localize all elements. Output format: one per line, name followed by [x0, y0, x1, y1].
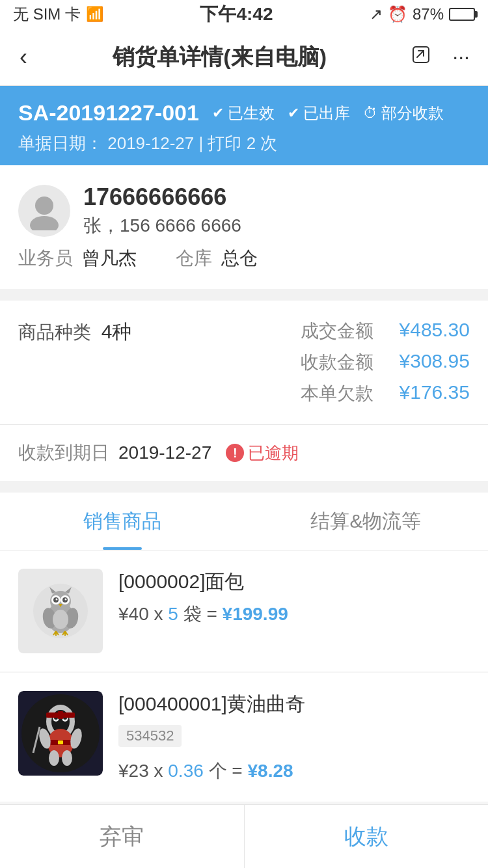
product-types-value: 4种: [102, 321, 132, 342]
tab-settlement[interactable]: 结算&物流等: [244, 493, 488, 550]
badge-partial: ⏱ 部分收款: [363, 103, 444, 124]
warehouse-value: 总仓: [221, 246, 258, 271]
tab-settlement-label: 结算&物流等: [310, 508, 421, 535]
debt-amount-row: 本单欠款 ¥176.35: [301, 381, 470, 406]
svg-point-13: [65, 599, 67, 601]
alarm-icon: ⏰: [388, 5, 407, 23]
date-label: 单据日期：: [18, 133, 103, 153]
svg-point-1: [35, 197, 53, 215]
owl-icon: [18, 569, 103, 653]
summary-right-block: 成交金额 ¥485.30 收款金额 ¥308.95 本单欠款 ¥176.35: [301, 319, 470, 406]
receipt-button[interactable]: 收款: [245, 805, 489, 868]
receipt-amount-row: 收款金额 ¥308.95: [301, 350, 470, 375]
badge-shipped-label: 已出库: [303, 103, 350, 124]
due-date-section: 收款到期日 2019-12-27 ! 已逾期: [0, 425, 488, 481]
battery-bar: [449, 8, 475, 21]
product-unit-price-2: ¥23: [118, 761, 149, 781]
equals-icon-1: =: [206, 604, 222, 624]
status-left: 无 SIM 卡 📶: [13, 4, 103, 25]
divider-2: [0, 481, 488, 493]
product-unit-price-1: ¥40: [118, 604, 149, 624]
svg-rect-0: [413, 47, 429, 62]
cancel-review-button[interactable]: 弃审: [0, 805, 245, 868]
sales-value: 曾凡杰: [82, 246, 137, 271]
product-name-2: [000400001]黄油曲奇: [118, 691, 470, 718]
deal-amount-value: ¥485.30: [400, 319, 470, 344]
multiply-icon-1: x: [154, 604, 169, 624]
overdue-icon: !: [226, 444, 244, 462]
order-date: 2019-12-27: [107, 133, 194, 153]
list-item: [0000002]面包 ¥40 x 5 袋 = ¥199.99: [0, 550, 488, 671]
tab-underline: [103, 547, 142, 550]
nav-actions: ···: [405, 39, 475, 75]
product-list: [0000002]面包 ¥40 x 5 袋 = ¥199.99: [0, 550, 488, 802]
product-total-1: ¥199.99: [223, 604, 288, 624]
salesperson-item: 业务员 曾凡杰: [18, 246, 137, 271]
status-right: ↗ ⏰ 87%: [370, 5, 475, 23]
banner-row1: SA-20191227-001 ✔ 已生效 ✔ 已出库 ⏱ 部分收款: [18, 100, 470, 126]
order-header-banner: SA-20191227-001 ✔ 已生效 ✔ 已出库 ⏱ 部分收款 单据日期：…: [0, 86, 488, 165]
svg-point-36: [49, 750, 59, 766]
product-unit-1: 袋: [183, 604, 202, 624]
more-button[interactable]: ···: [447, 40, 475, 74]
debt-amount-label: 本单欠款: [301, 381, 373, 406]
customer-name-phone: 张，156 6666 6666: [83, 213, 241, 238]
receipt-amount-value: ¥308.95: [400, 350, 470, 375]
sales-label: 业务员: [18, 246, 73, 271]
avatar: [18, 185, 70, 237]
badge-effective-label: 已生效: [228, 103, 275, 124]
shipped-icon: ✔: [288, 105, 299, 122]
tab-products-label: 销售商品: [83, 508, 161, 535]
customer-row: 17666666666 张，156 6666 6666: [18, 183, 470, 238]
badge-shipped: ✔ 已出库: [288, 103, 350, 124]
battery-text: 87%: [413, 5, 444, 23]
banner-date-row: 单据日期： 2019-12-27 | 打印 2 次: [18, 132, 470, 155]
divider-1: [0, 289, 488, 301]
page-title: 销货单详情(来自电脑): [34, 42, 405, 72]
customer-section: 17666666666 张，156 6666 6666 业务员 曾凡杰 仓库 总…: [0, 165, 488, 289]
warehouse-label: 仓库: [176, 246, 212, 271]
deal-amount-label: 成交金额: [301, 319, 373, 344]
wifi-icon: 📶: [86, 6, 103, 23]
tab-products[interactable]: 销售商品: [0, 493, 244, 550]
summary-left-block: 商品种类 4种: [18, 319, 131, 346]
svg-rect-39: [58, 711, 63, 719]
back-button[interactable]: ‹: [13, 37, 34, 77]
debt-amount-value: ¥176.35: [400, 381, 470, 406]
location-icon: ↗: [370, 5, 383, 23]
product-info-2: [000400001]黄油曲奇 534532 ¥23 x 0.36 个 = ¥8…: [118, 691, 470, 783]
warehouse-item: 仓库 总仓: [176, 246, 258, 271]
share-button[interactable]: [405, 39, 437, 75]
product-code-1: [0000002]: [118, 571, 205, 592]
product-info-1: [0000002]面包 ¥40 x 5 袋 = ¥199.99: [118, 569, 470, 627]
product-name-1: [0000002]面包: [118, 569, 470, 595]
tabs-row: 销售商品 结算&物流等: [0, 493, 488, 550]
effective-icon: ✔: [212, 105, 224, 122]
customer-phone-name: 17666666666: [83, 183, 241, 211]
badge-partial-label: 部分收款: [381, 103, 444, 124]
svg-point-2: [30, 216, 59, 230]
product-types-label: 商品种类: [18, 322, 91, 342]
list-item: [000400001]黄油曲奇 534532 ¥23 x 0.36 个 = ¥8…: [0, 673, 488, 802]
print-text: 打印 2 次: [208, 133, 277, 153]
product-quantity-1: 5: [168, 604, 178, 624]
partial-icon: ⏱: [363, 105, 377, 122]
equals-icon-2: =: [232, 761, 247, 781]
summary-section: 商品种类 4种 成交金额 ¥485.30 收款金额 ¥308.95 本单欠款 ¥…: [0, 301, 488, 424]
nav-bar: ‹ 销货单详情(来自电脑) ···: [0, 29, 488, 86]
multiply-icon-2: x: [154, 761, 169, 781]
svg-point-23: [53, 610, 68, 629]
badge-effective: ✔ 已生效: [212, 103, 275, 124]
product-thumbnail-2: [18, 691, 103, 776]
order-id: SA-20191227-001: [18, 100, 199, 126]
product-total-2: ¥8.28: [247, 761, 293, 781]
product-price-row-1: ¥40 x 5 袋 = ¥199.99: [118, 602, 470, 627]
bottom-bar: 弃审 收款: [0, 804, 488, 868]
product-thumbnail-1: [18, 569, 103, 653]
date-separator: |: [198, 133, 208, 153]
due-date-value: 2019-12-27: [118, 442, 211, 463]
status-bar: 无 SIM 卡 📶 下午4:42 ↗ ⏰ 87%: [0, 0, 488, 29]
receipt-amount-label: 收款金额: [301, 350, 373, 375]
svg-rect-33: [58, 740, 63, 744]
overdue-badge: ! 已逾期: [226, 442, 299, 465]
